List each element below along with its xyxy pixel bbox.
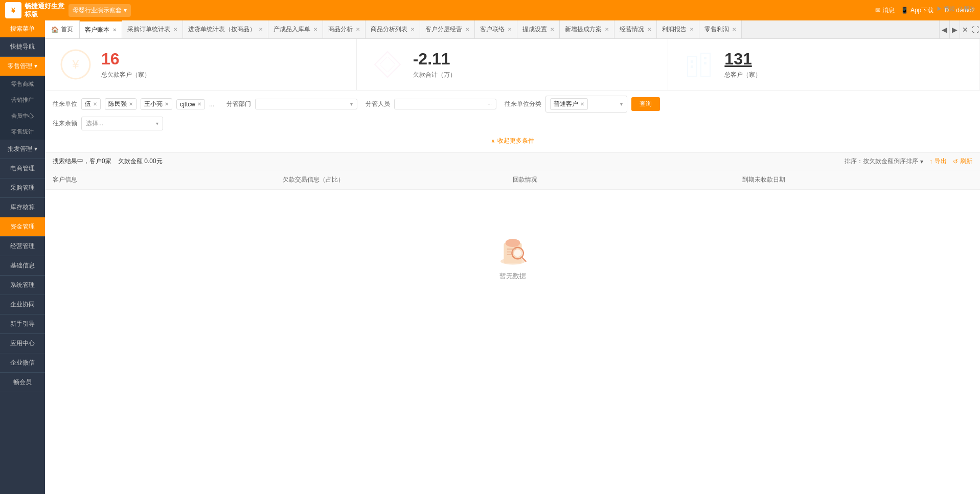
tab-home[interactable]: 🏠 首页 [45, 20, 80, 39]
stats-bar: ¥ 16 总欠款客户（家） -2.11 [45, 39, 980, 91]
results-info: 搜索结果中，客户0家 欠款金额 0.00元 [53, 157, 163, 166]
sidebar-item-retail-label: 零售管理 [8, 62, 32, 70]
remove-tag-button[interactable]: ✕ [93, 101, 97, 107]
tab-product-inbound[interactable]: 产成品入库单 ✕ [268, 20, 323, 39]
tab-purchase-order-stats[interactable]: 采购订单统计表 ✕ [122, 20, 183, 39]
dept-select[interactable]: ▾ [255, 99, 357, 109]
empty-state: 暂无数据 [45, 190, 980, 322]
close-icon[interactable]: ✕ [732, 27, 736, 32]
more-tags-button[interactable]: ... [209, 101, 214, 108]
filter-tag-person2: 王小亮 ✕ [141, 98, 172, 110]
close-icon[interactable]: ✕ [550, 27, 554, 32]
tab-customer-contact[interactable]: 客户联络 ✕ [475, 20, 517, 39]
close-icon[interactable]: ✕ [259, 27, 263, 32]
stat-value-area-2: -2.11 欠款合计（万） [413, 50, 456, 79]
sort-selector[interactable]: 排序：按欠款金额倒序排序 ▾ [845, 157, 923, 166]
message-button[interactable]: ✉ 消息 [875, 6, 895, 15]
tab-goods-analysis[interactable]: 商品分析 ✕ [323, 20, 366, 39]
app-label: App下载 [910, 6, 933, 15]
sidebar-item-vip[interactable]: 畅会员 [0, 373, 45, 392]
sidebar-item-wechat[interactable]: 企业微信 [0, 353, 45, 373]
close-icon[interactable]: ✕ [647, 27, 651, 32]
balance-filter-label: 往来余额 [53, 119, 77, 128]
app-download-button[interactable]: 📱 App下载 [901, 6, 933, 15]
tab-profit-report[interactable]: 利润报告 ✕ [657, 20, 699, 39]
sidebar-item-app-center[interactable]: 应用中心 [0, 334, 45, 353]
tab-operations[interactable]: 经营情况 ✕ [614, 20, 657, 39]
remove-tag-button-2[interactable]: ✕ [165, 101, 169, 107]
account-selector[interactable]: 母婴行业演示账套 ▾ [69, 4, 131, 17]
tab-bar: 🏠 首页 客户账本 ✕ 采购订单统计表 ✕ 进货单统计表（按商品） ✕ 产成品入… [45, 20, 980, 39]
tab-customer-ledger-label: 客户账本 [85, 26, 109, 34]
close-icon[interactable]: ✕ [690, 27, 694, 32]
sidebar-item-retail-stats[interactable]: 零售统计 [0, 124, 45, 140]
tab-next-button[interactable]: ▶ [949, 20, 960, 39]
sidebar-item-ecommerce[interactable]: 电商管理 [0, 159, 45, 178]
remove-tag-button-1[interactable]: ✕ [129, 101, 133, 107]
filter-row-1: 往来单位 伍 ✕ 陈民强 ✕ 王小亮 ✕ [53, 96, 972, 113]
building-icon [683, 49, 714, 80]
person-select[interactable]: ··· [394, 99, 496, 109]
logo-icon: ¥ [5, 2, 21, 18]
stat-value-total[interactable]: 131 [724, 50, 761, 69]
tab-maximize-button[interactable]: ⛶ [970, 20, 980, 39]
close-icon[interactable]: ✕ [508, 27, 512, 32]
close-icon[interactable]: ✕ [605, 27, 609, 32]
sidebar-item-wholesale[interactable]: 批发管理 ▾ [0, 140, 45, 159]
top-bar-left: ¥ 畅捷通好生意 标版 母婴行业演示账套 ▾ [5, 2, 131, 18]
remove-category-tag[interactable]: ✕ [580, 101, 584, 107]
sidebar-item-operations[interactable]: 经营管理 [0, 237, 45, 256]
sidebar-item-purchase[interactable]: 采购管理 [0, 178, 45, 198]
filter-tag-value-3: cjttcw [180, 101, 195, 108]
col-header-customer: 客户信息 [53, 175, 283, 184]
logo-text: 畅捷通好生意 标版 [25, 2, 64, 18]
svg-point-12 [505, 239, 520, 247]
tab-goods-list[interactable]: 商品分析列表 ✕ [366, 20, 420, 39]
tab-customer-ledger[interactable]: 客户账本 ✕ [80, 20, 122, 39]
sidebar-item-basic-info[interactable]: 基础信息 [0, 256, 45, 276]
tab-purchase-stats-product[interactable]: 进货单统计表（按商品） ✕ [183, 20, 268, 39]
query-button[interactable]: 查询 [631, 97, 660, 111]
sidebar-item-inventory[interactable]: 库存核算 [0, 198, 45, 217]
svg-rect-5 [701, 53, 710, 76]
sidebar-item-system[interactable]: 系统管理 [0, 276, 45, 295]
chevron-up-icon: ∧ [491, 138, 495, 145]
stat-value-area-1: 16 总欠款客户（家） [101, 50, 150, 79]
person-filter-label: 分管人员 [366, 100, 390, 108]
export-button[interactable]: ↑ 导出 [929, 157, 947, 166]
sidebar-item-retail[interactable]: 零售管理 ▾ [0, 57, 45, 76]
tab-prev-button[interactable]: ◀ [939, 20, 949, 39]
close-icon[interactable]: ✕ [313, 27, 317, 32]
filter-row-2: 往来余额 选择... ▾ [53, 117, 972, 130]
sidebar-item-retail-mall[interactable]: 零售商城 [0, 76, 45, 92]
main-content: ¥ 16 总欠款客户（家） -2.11 [45, 39, 980, 494]
filter-area: 往来单位 伍 ✕ 陈民强 ✕ 王小亮 ✕ [45, 91, 980, 153]
sidebar-item-marketing[interactable]: 营销推广 [0, 92, 45, 108]
tab-commission-settings[interactable]: 提成设置 ✕ [517, 20, 560, 39]
remove-tag-button-3[interactable]: ✕ [197, 101, 201, 107]
sidebar-item-guide[interactable]: 新手引导 [0, 315, 45, 334]
tab-retail-profit[interactable]: 零售利润 ✕ [699, 20, 742, 39]
filter-tag-value-1: 陈民强 [108, 100, 127, 108]
sidebar-item-enterprise[interactable]: 企业协同 [0, 295, 45, 315]
phone-icon: 📱 [901, 7, 908, 14]
close-icon[interactable]: ✕ [112, 27, 117, 33]
sidebar-search[interactable]: 搜索菜单 [0, 20, 45, 37]
collapse-button[interactable]: ∧ 收起更多条件 [53, 134, 972, 147]
sidebar: 搜索菜单 快捷导航 零售管理 ▾ 零售商城 营销推广 会员中心 零售统计 批发管… [0, 20, 45, 494]
sidebar-item-quick-nav[interactable]: 快捷导航 [0, 37, 45, 57]
close-icon[interactable]: ✕ [411, 27, 415, 32]
close-icon[interactable]: ✕ [465, 27, 469, 32]
tab-close-all-button[interactable]: ✕ [960, 20, 970, 39]
category-select[interactable]: 普通客户 ✕ ▾ [545, 96, 627, 113]
close-icon[interactable]: ✕ [356, 27, 360, 32]
sidebar-item-finance[interactable]: 资金管理 [0, 217, 45, 237]
sidebar-item-member[interactable]: 会员中心 [0, 108, 45, 124]
category-tag: 普通客户 ✕ [550, 98, 588, 110]
close-icon[interactable]: ✕ [173, 27, 177, 32]
refresh-button[interactable]: ↺ 刷新 [953, 157, 972, 166]
tab-customer-tier[interactable]: 客户分层经营 ✕ [420, 20, 475, 39]
balance-select[interactable]: 选择... ▾ [81, 117, 163, 130]
tab-product-inbound-label: 产成品入库单 [274, 25, 310, 34]
tab-new-commission[interactable]: 新增提成方案 ✕ [560, 20, 614, 39]
